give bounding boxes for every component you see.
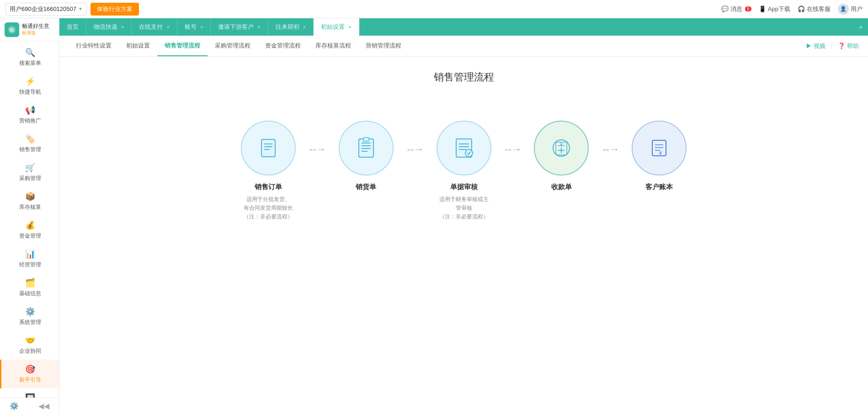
flow-desc-sales-order: 适用于分批发货、有合同发货周期较长（注：非必要流程）: [244, 195, 293, 222]
sidebar-item-sales[interactable]: 🏷️ 销售管理: [0, 129, 59, 158]
sidebar-label-inventory: 库存核算: [19, 203, 41, 211]
sidebar-label-guide: 新手引导: [19, 376, 41, 384]
svg-text:畅: 畅: [10, 27, 14, 32]
sidebar-label-collab: 企业协同: [19, 347, 41, 355]
sub-tab-finance-flow[interactable]: 资金管理流程: [258, 36, 308, 56]
sub-tab-marketing-flow[interactable]: 营销管理流程: [358, 36, 409, 56]
tab-account[interactable]: 账号 ×: [177, 18, 211, 36]
svg-text:¥: ¥: [659, 150, 662, 156]
messages-btn[interactable]: 💬 消息 6: [721, 5, 751, 13]
logo-sub: 标准版: [22, 30, 49, 36]
operations-icon: 📊: [25, 249, 35, 259]
flow-circle-ledger[interactable]: ¥: [632, 121, 687, 175]
tab-period-label: 往来期初: [276, 23, 299, 31]
guide-icon: 🎯: [25, 364, 35, 374]
sidebar-label-basic: 基础信息: [19, 290, 41, 297]
sub-tab-initial-label: 初始设置: [126, 42, 150, 50]
tab-period-close[interactable]: ×: [303, 24, 306, 30]
top-bar: 用户690企业1660120507 ▼ 体验行业方案 💬 消息 6 📱 App下…: [0, 0, 868, 18]
sidebar-item-search[interactable]: 🔍 搜索菜单: [0, 43, 59, 72]
trial-btn[interactable]: 体验行业方案: [91, 3, 139, 16]
flow-circle-approval[interactable]: [437, 121, 491, 175]
flow-label-approval: 单据审核: [450, 183, 478, 191]
online-service-label: 在线客服: [807, 5, 831, 13]
page-content: 销售管理流程 销售订单 适用于分批发货、有合同发货周期较长（注：非必要流程）: [59, 57, 868, 414]
sidebar-label-marketing: 营销推广: [19, 117, 41, 125]
sidebar-item-operations[interactable]: 📊 经营管理: [0, 244, 59, 273]
help-label: 帮助: [847, 42, 859, 49]
app-download-btn[interactable]: 📱 App下载: [759, 5, 790, 13]
sidebar-item-system[interactable]: ⚙️ 系统管理: [0, 302, 59, 331]
sidebar-item-quick[interactable]: ⚡ 快捷导航: [0, 72, 59, 101]
user-name-label: 用户: [851, 5, 863, 13]
layout: 畅 畅通好生意 标准版 🔍 搜索菜单 ⚡ 快捷导航 📢 营销推广 🏷️ 销: [0, 18, 868, 414]
sidebar-label-quick: 快捷导航: [19, 88, 41, 96]
sub-nav-tabs: 行业特性设置 初始设置 销售管理流程 采购管理流程 资金管理流程 库存核算流程: [69, 36, 409, 56]
sub-nav: 行业特性设置 初始设置 销售管理流程 采购管理流程 资金管理流程 库存核算流程: [59, 36, 868, 57]
sidebar-item-inventory[interactable]: 📦 库存核算: [0, 187, 59, 216]
flow-circle-receipt[interactable]: ¥: [534, 121, 589, 175]
flow-item-ledger: ¥ 客户账本: [618, 121, 700, 195]
logo-text: 畅通好生意: [22, 23, 49, 30]
sidebar: 畅 畅通好生意 标准版 🔍 搜索菜单 ⚡ 快捷导航 📢 营销推广 🏷️ 销: [0, 18, 59, 414]
user-selector[interactable]: 用户690企业1660120507 ▼: [5, 3, 87, 16]
tab-invite[interactable]: 邀请下游客户 ×: [211, 18, 268, 36]
sub-tab-sales-flow[interactable]: 销售管理流程: [157, 36, 208, 56]
collapse-icon[interactable]: ◀◀: [38, 402, 49, 410]
sidebar-item-basic[interactable]: 🗂️ 基础信息: [0, 273, 59, 302]
settings-bottom-icon[interactable]: ⚙️: [10, 402, 19, 410]
top-bar-right: 💬 消息 6 📱 App下载 🎧 在线客服 👤 用户: [721, 4, 863, 15]
sidebar-bottom: ⚙️ ◀◀: [0, 398, 59, 414]
messages-label: 消息: [730, 5, 742, 13]
divider: |: [831, 42, 832, 49]
flow-circle-sales-order[interactable]: [241, 121, 296, 175]
apps-icon: 🔲: [25, 393, 35, 398]
sidebar-item-collab[interactable]: 🤝 企业协同: [0, 331, 59, 360]
tab-init-label: 初始设置: [321, 23, 345, 31]
flow-item-receipt: ¥ 收款单: [520, 121, 602, 195]
marketing-icon: 📢: [25, 105, 35, 115]
tab-payment[interactable]: 在线支付 ×: [132, 18, 177, 36]
flow-diagram: 销售订单 适用于分批发货、有合同发货周期较长（注：非必要流程） - - →: [78, 111, 850, 231]
flow-label-delivery: 销货单: [356, 183, 376, 191]
help-btn[interactable]: ❓ 帮助: [838, 42, 859, 50]
tab-payment-close[interactable]: ×: [166, 24, 169, 30]
play-icon: ▶: [806, 42, 812, 49]
sidebar-item-apps[interactable]: 🔲 应用中心: [0, 388, 59, 398]
sub-tab-initial[interactable]: 初始设置: [119, 36, 157, 56]
sub-tab-purchase-flow[interactable]: 采购管理流程: [208, 36, 258, 56]
tab-logistics-close[interactable]: ×: [121, 24, 124, 30]
user-profile-btn[interactable]: 👤 用户: [838, 4, 863, 15]
tab-logistics[interactable]: 物流快递 ×: [86, 18, 132, 36]
download-icon: 📱: [759, 5, 766, 12]
sub-tab-industry[interactable]: 行业特性设置: [69, 36, 119, 56]
flow-desc-approval: 适用于财务审核或主管审核（注：非必要流程）: [439, 195, 489, 222]
search-icon: 🔍: [25, 48, 35, 58]
tab-invite-label: 邀请下游客户: [218, 23, 254, 31]
sidebar-logo: 畅 畅通好生意 标准版: [0, 18, 59, 41]
video-help-btn[interactable]: ▶ 视频: [806, 42, 825, 50]
close-all-btn[interactable]: ×: [853, 18, 868, 36]
tab-period[interactable]: 往来期初 ×: [268, 18, 314, 36]
sidebar-item-marketing[interactable]: 📢 营销推广: [0, 101, 59, 129]
tab-invite-close[interactable]: ×: [257, 24, 260, 30]
tab-init-close[interactable]: ×: [348, 24, 351, 30]
sidebar-menu: 🔍 搜索菜单 ⚡ 快捷导航 📢 营销推广 🏷️ 销售管理 🛒 采购管理 📦: [0, 41, 59, 398]
sub-tab-marketing-flow-label: 营销管理流程: [366, 42, 401, 50]
sidebar-item-finance[interactable]: 💰 资金管理: [0, 216, 59, 244]
svg-rect-11: [363, 138, 369, 141]
sub-tab-sales-flow-label: 销售管理流程: [165, 42, 200, 50]
messages-badge: 6: [745, 6, 751, 11]
sidebar-item-guide[interactable]: 🎯 新手引导: [0, 360, 59, 388]
top-bar-left: 用户690企业1660120507 ▼ 体验行业方案: [5, 3, 139, 16]
sidebar-item-purchase[interactable]: 🛒 采购管理: [0, 158, 59, 187]
online-service-btn[interactable]: 🎧 在线客服: [798, 5, 831, 13]
tab-home[interactable]: 首页: [59, 18, 86, 36]
sub-tab-inventory-calc[interactable]: 库存核算流程: [308, 36, 358, 56]
flow-circle-delivery[interactable]: [339, 121, 394, 175]
avatar: 👤: [838, 4, 849, 15]
tab-account-close[interactable]: ×: [200, 24, 203, 30]
tab-home-label: 首页: [67, 23, 79, 31]
nav-tabs: 首页 物流快递 × 在线支付 × 账号 × 邀请下游客户 × 往来期初 ×: [59, 18, 868, 36]
tab-init[interactable]: 初始设置 ×: [314, 18, 359, 36]
